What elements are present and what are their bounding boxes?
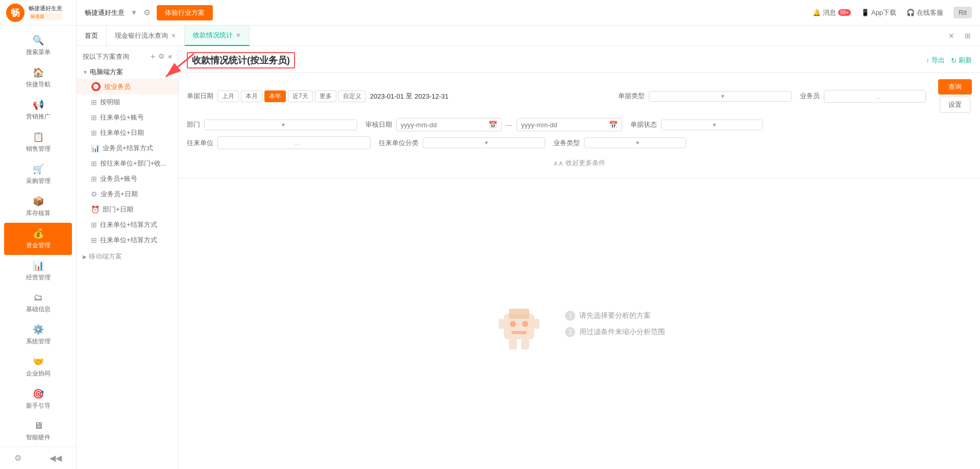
sidebar-item-search[interactable]: 🔍 搜索菜单 [0,30,76,62]
mobile-scheme-group: ▶ 移动端方案 [77,250,178,263]
notification-item[interactable]: 🔔 消息 99+ [813,8,851,17]
sidebar-item-finance[interactable]: 💰 资金管理 [4,223,72,255]
window-close-btn[interactable]: ✕ [945,30,958,42]
staff-select[interactable]: ... [824,90,926,103]
date-separator: — [506,121,512,129]
panel-collapse-icon[interactable]: « [168,52,172,61]
date-btn-this-year[interactable]: 本年 [264,90,286,102]
notification-icon: 🔔 [813,9,821,16]
scheme-item-unit-payment2[interactable]: ⊞ 往来单位+结算方式 [77,232,178,248]
counterpart-select[interactable]: ... [217,136,371,149]
counterpart-more-icon[interactable]: ... [294,139,366,147]
sidebar-bottom: ⚙ ◀◀ [0,447,76,469]
tip-num-1: 1 [565,311,575,321]
window-expand-btn[interactable]: ⊞ [962,30,974,42]
panel-add-icon[interactable]: + [151,52,155,61]
sidebar-collapse-btn[interactable]: ◀◀ [50,453,62,463]
left-panel-header: 按以下方案查询 + ⚙ « [77,52,178,65]
export-btn[interactable]: ↑ 导出 [926,56,945,65]
svg-point-2 [510,321,516,327]
date-btn-last-month[interactable]: 上月 [217,90,239,102]
online-service-item[interactable]: 🎧 在线客服 [906,8,943,17]
scheme-unit-dept-icon: ⊞ [91,159,97,168]
scheme-item-staff-payment[interactable]: 📊 业务员+结算方式 [77,140,178,156]
calendar-start-icon[interactable]: 📅 [488,121,497,129]
panel-settings-icon[interactable]: ⚙ [158,52,165,61]
filter-row-3: 往来单位 ... 往来单位分类 ▼ 业务 [187,136,972,149]
right-panel: 收款情况统计(按业务员) ↑ 导出 ↻ 刷新 单据日期 [179,46,980,469]
sidebar-item-sales[interactable]: 📋 销售管理 [0,126,76,158]
dept-select[interactable]: ▼ [204,120,357,130]
guide-icon: 🎯 [33,388,44,400]
date-btn-more[interactable]: 更多 [315,90,336,102]
trial-btn[interactable]: 体验行业方案 [157,5,213,20]
scheme-item-unit-date[interactable]: ⊞ 往来单位+日期 [77,125,178,140]
dept-filter-item: 部门 ▼ [187,120,357,130]
tab-bank-flow[interactable]: 现金银行流水查询 ✕ [107,26,185,46]
logo-text: 畅捷通好生意 [29,5,62,12]
business-type-dropdown-icon: ▼ [635,140,681,146]
date-btn-7days[interactable]: 近7天 [288,90,313,102]
calendar-end-icon[interactable]: 📅 [609,121,618,129]
refresh-btn[interactable]: ↻ 刷新 [951,56,972,65]
doc-status-select[interactable]: ▼ [661,120,763,130]
tab-home[interactable]: 首页 [77,26,107,46]
topbar: 畅捷通好生意 ▼ ⚙ 体验行业方案 🔔 消息 99+ 📱 App下载 🎧 在线客… [77,0,980,26]
tab-close-bank-flow[interactable]: ✕ [171,32,176,39]
scheme-dept-date-icon: ⏰ [91,205,100,214]
review-date-end-input[interactable]: 📅 [517,118,622,131]
app-download-item[interactable]: 📱 App下载 [861,8,896,17]
scheme-unit-date-icon: ⊞ [91,129,97,137]
search-icon: 🔍 [33,35,44,46]
staff-more-icon[interactable]: ... [875,92,921,100]
date-btn-this-month[interactable]: 本月 [241,90,262,102]
review-date-end-field[interactable] [521,121,607,129]
sidebar-settings-btn[interactable]: ⚙ [14,453,21,463]
svg-rect-8 [521,339,529,349]
scheme-item-by-detail[interactable]: ⊞ 按明细 [77,95,178,110]
sidebar-item-purchase[interactable]: 🛒 采购管理 [0,158,76,191]
mobile-group-title[interactable]: ▶ 移动端方案 [77,250,178,263]
sidebar-item-guide[interactable]: 🎯 新手引导 [0,383,76,415]
settings-button[interactable]: 设置 [940,97,970,113]
tip-num-2: 2 [565,327,575,337]
scheme-item-staff-account[interactable]: ⊞ 业务员+账号 [77,171,178,186]
date-btn-custom[interactable]: 自定义 [338,90,366,102]
review-date-start-input[interactable]: 📅 [396,118,502,131]
counterpart-category-select[interactable]: ▼ [423,137,545,148]
business-type-select[interactable]: ▼ [584,137,686,148]
scheme-item-unit-dept-receipt[interactable]: ⊞ 按往来单位+部门+收... [77,156,178,171]
headset-icon: 🎧 [906,9,915,16]
tab-close-receipt-stats[interactable]: ✕ [236,32,241,39]
sidebar-item-marketing[interactable]: 📢 营销推广 [0,94,76,126]
review-date-start-field[interactable] [401,121,486,129]
sidebar-item-inventory[interactable]: 📦 库存核算 [0,191,76,223]
sidebar-item-hardware[interactable]: 🖥 智能硬件 [0,415,76,447]
user-avatar[interactable]: Rit [953,7,972,18]
scheme-item-dept-date[interactable]: ⏰ 部门+日期 [77,202,178,217]
sidebar-item-basic[interactable]: 🗂 基础信息 [0,287,76,319]
doc-type-select[interactable]: ▼ [649,91,792,102]
scheme-item-staff-date[interactable]: ⚙ 业务员+日期 [77,186,178,202]
counterpart-category-dropdown-icon: ▼ [484,140,541,146]
sidebar-item-quick-nav[interactable]: 🏠 快捷导航 [0,62,76,94]
query-button[interactable]: 查询 [938,79,972,95]
sidebar-item-enterprise[interactable]: 🤝 企业协同 [0,351,76,383]
scheme-item-unit-payment1[interactable]: ⊞ 往来单位+结算方式 [77,217,178,232]
scheme-item-unit-account[interactable]: ⊞ 往来单位+账号 [77,110,178,125]
desktop-group-title[interactable]: ▼ 电脑端方案 [77,65,178,79]
desktop-scheme-group: ▼ 电脑端方案 ⭕ 按业务员 ⊞ 按明细 ⊞ 往来单位+账号 ⊞ 往来单位+ [77,65,178,248]
topbar-title: 畅捷通好生意 [85,8,125,17]
sidebar-logo: 畅 畅捷通好生意 标准版 [0,0,76,26]
sidebar-item-operation[interactable]: 📊 经营管理 [0,255,76,287]
sidebar-item-system[interactable]: ⚙️ 系统管理 [0,319,76,351]
collapse-bar[interactable]: ∧∧ 收起更多条件 [187,154,972,172]
basic-icon: 🗂 [34,292,43,303]
doc-status-filter-item: 单据状态 ▼ [630,120,763,130]
tab-receipt-stats[interactable]: 收款情况统计 ✕ [185,26,250,46]
topbar-dropdown-icon[interactable]: ▼ [131,9,137,16]
scheme-item-by-staff[interactable]: ⭕ 按业务员 [77,79,178,95]
topbar-settings-icon[interactable]: ⚙ [143,8,151,17]
empty-area: 1 请先选择要分析的方案 2 用过滤条件来缩小分析范围 [179,178,980,469]
doc-type-filter-item: 单据类型 ▼ [618,91,792,102]
